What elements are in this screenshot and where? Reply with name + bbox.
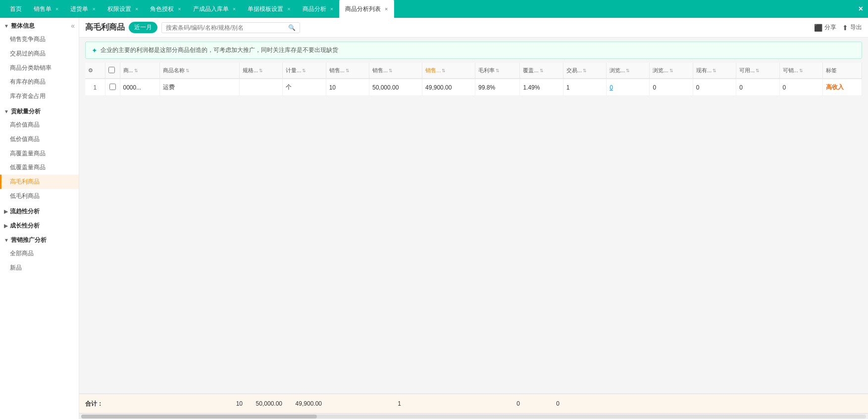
sidebar-item-new-products[interactable]: 新品 <box>0 261 79 275</box>
nav-item-roles[interactable]: 角色授权 × <box>144 0 187 18</box>
col-sales-amt: 销售...⇅ <box>369 63 422 79</box>
sidebar-item-all-products[interactable]: 全部商品 <box>0 246 79 261</box>
cell-tag: 高收入 <box>822 79 862 96</box>
chevron-down-icon: ▼ <box>4 23 9 29</box>
cell-code: 0000... <box>120 79 159 96</box>
col-transactions: 交易...⇅ <box>563 63 606 79</box>
chevron-down-icon: ▼ <box>4 237 9 243</box>
close-icon[interactable]: × <box>233 6 236 12</box>
col-browse-uv: 浏览...⇅ <box>607 63 650 79</box>
cell-browse-pv: 0 <box>650 79 693 96</box>
main-layout: « ▼ 整体信息 销售竞争商品 交易过的商品 商品分类助销率 有库存的商品 库存… <box>0 18 868 419</box>
sidebar-item-low-margin[interactable]: 低毛利商品 <box>0 189 79 203</box>
header-actions: ⬛ 分享 ⬆ 导出 <box>814 23 862 32</box>
footer-spacer3 <box>404 402 444 406</box>
cell-browse-uv[interactable]: 0 <box>607 79 650 96</box>
nav-item-analytics-list[interactable]: 商品分析列表 × <box>339 0 394 18</box>
page-title: 高毛利商品 <box>85 22 125 33</box>
footer-spacer4 <box>444 402 483 406</box>
nav-item-analytics[interactable]: 商品分析 × <box>297 0 339 18</box>
cell-transactions: 1 <box>563 79 606 96</box>
cell-checkbox <box>105 79 120 96</box>
footer-sales-qty: 10 <box>206 398 246 409</box>
filter-month-button[interactable]: 近一月 <box>129 22 157 33</box>
sidebar-item-traded[interactable]: 交易过的商品 <box>0 47 79 61</box>
table-row: 1 0000... 运费 个 10 50,000.00 49,900.00 99… <box>85 79 862 96</box>
export-icon: ⬆ <box>842 24 848 32</box>
sidebar-item-high-value[interactable]: 高价值商品 <box>0 118 79 132</box>
search-box: 🔍 <box>161 22 300 33</box>
share-icon: ⬛ <box>814 24 822 32</box>
sidebar-collapse-button[interactable]: « <box>71 22 75 30</box>
content-header: 高毛利商品 近一月 🔍 ⬛ 分享 ⬆ 导出 <box>79 18 868 38</box>
cell-sales-cost: 49,900.00 <box>422 79 475 96</box>
sidebar-item-in-stock[interactable]: 有库存的商品 <box>0 75 79 89</box>
sidebar-group-growth[interactable]: ▶ 成长性分析 <box>0 218 79 232</box>
cell-num: 1 <box>85 79 105 96</box>
sidebar-item-low-value[interactable]: 低价值商品 <box>0 132 79 146</box>
close-icon[interactable]: × <box>178 6 181 12</box>
search-input[interactable] <box>166 24 286 31</box>
scroll-thumb[interactable] <box>81 415 317 419</box>
close-icon[interactable]: × <box>330 6 333 12</box>
row-checkbox[interactable] <box>109 84 116 90</box>
footer-sales-amt: 50,000.00 <box>246 398 285 409</box>
footer-spacer <box>107 402 206 406</box>
col-unit: 计量...⇅ <box>283 63 326 79</box>
sidebar-group-contribution[interactable]: ▼ 贡献量分析 <box>0 103 79 118</box>
col-sales-cost: 销售...⇅ <box>422 63 475 79</box>
cell-sales-amt: 50,000.00 <box>369 79 422 96</box>
table-footer: 合计： 10 50,000.00 49,900.00 1 0 0 <box>79 393 868 413</box>
table-header-row: ⚙ 商...⇅ 商品名称⇅ 规格...⇅ 计量...⇅ 销售...⇅ 销售...… <box>85 63 862 79</box>
col-coverage: 覆盖...⇅ <box>520 63 563 79</box>
sidebar-item-category-rate[interactable]: 商品分类助销率 <box>0 61 79 75</box>
share-button[interactable]: ⬛ 分享 <box>814 23 836 32</box>
nav-item-home[interactable]: 首页 <box>4 0 28 18</box>
nav-item-permissions[interactable]: 权限设置 × <box>102 0 144 18</box>
sidebar-item-high-margin[interactable]: 高毛利商品 <box>0 175 79 189</box>
top-nav: 首页 销售单 × 进货单 × 权限设置 × 角色授权 × 产成品入库单 × 单据… <box>0 0 868 18</box>
close-all-button[interactable]: × <box>859 4 863 13</box>
col-browse-pv: 浏览...⇅ <box>650 63 693 79</box>
footer-transactions: 1 <box>364 398 404 409</box>
horizontal-scrollbar[interactable] <box>79 413 868 419</box>
col-tag: 标签 <box>822 63 862 79</box>
cell-sales-qty: 10 <box>326 79 369 96</box>
nav-item-warehousing[interactable]: 产成品入库单 × <box>187 0 242 18</box>
col-avail: 可用...⇅ <box>736 63 779 79</box>
close-icon[interactable]: × <box>287 6 290 12</box>
sidebar-item-high-coverage[interactable]: 高覆盖量商品 <box>0 146 79 161</box>
col-name: 商品名称⇅ <box>159 63 239 79</box>
col-sales-qty: 销售...⇅ <box>326 63 369 79</box>
sidebar-group-overall[interactable]: ▼ 整体信息 <box>0 18 79 32</box>
col-gross-rate: 毛利率⇅ <box>475 63 520 79</box>
col-spec: 规格...⇅ <box>239 63 282 79</box>
footer-label: 合计： <box>85 400 103 408</box>
sidebar-item-low-coverage[interactable]: 低覆盖量商品 <box>0 160 79 175</box>
nav-item-sales[interactable]: 销售单 × <box>28 0 64 18</box>
table-container: ⚙ 商...⇅ 商品名称⇅ 规格...⇅ 计量...⇅ 销售...⇅ 销售...… <box>79 63 868 393</box>
close-icon[interactable]: × <box>92 6 95 12</box>
sidebar-item-sales-compete[interactable]: 销售竞争商品 <box>0 32 79 47</box>
cell-avail: 0 <box>736 79 779 96</box>
search-icon[interactable]: 🔍 <box>288 24 296 31</box>
close-icon[interactable]: × <box>135 6 138 12</box>
col-settings[interactable]: ⚙ <box>85 63 105 79</box>
cell-saleable: 0 <box>779 79 822 96</box>
select-all-checkbox[interactable] <box>108 67 115 73</box>
info-icon: ✦ <box>92 47 98 54</box>
export-button[interactable]: ⬆ 导出 <box>842 23 862 32</box>
nav-item-template[interactable]: 单据模板设置 × <box>242 0 296 18</box>
sidebar-item-stock-capital[interactable]: 库存资金占用 <box>0 89 79 103</box>
close-icon[interactable]: × <box>55 6 58 12</box>
cell-spec <box>239 79 282 96</box>
info-banner: ✦ 企业的主要的利润都是这部分商品创造的，可考虑加大推广，同时关注库存是不要出现… <box>85 42 862 59</box>
close-icon[interactable]: × <box>385 6 388 12</box>
sidebar-group-marketing[interactable]: ▼ 营销推广分析 <box>0 232 79 246</box>
cell-stock: 0 <box>693 79 736 96</box>
footer-spacer2 <box>325 402 364 406</box>
sidebar-group-trend[interactable]: ▶ 流趋性分析 <box>0 203 79 218</box>
nav-item-purchase[interactable]: 进货单 × <box>64 0 101 18</box>
footer-sales-cost: 49,900.00 <box>285 398 325 409</box>
data-table: ⚙ 商...⇅ 商品名称⇅ 规格...⇅ 计量...⇅ 销售...⇅ 销售...… <box>85 63 862 96</box>
